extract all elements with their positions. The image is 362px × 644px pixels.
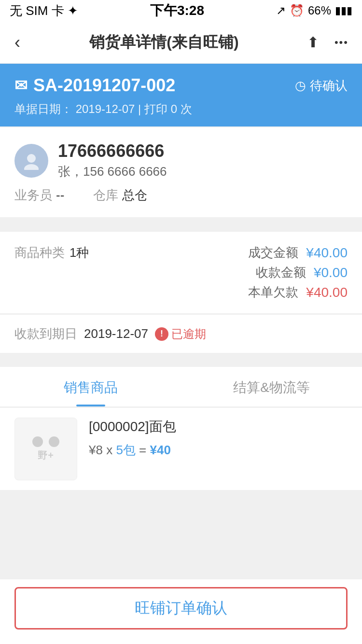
owl-eye-left [32,436,43,447]
price-total: ¥40 [150,443,171,457]
order-id-text: SA-20191207-002 [33,75,175,96]
nav-actions: ⬆ ••• [303,30,352,55]
page-title: 销货单详情(来自旺铺) [25,32,303,53]
status-bar: 无 SIM 卡 ✦ 下午3:28 ↗ ⏰ 66% ▮▮▮ [0,0,362,21]
confirm-order-button[interactable]: 旺铺订单确认 [14,587,348,630]
customer-phone: 17666666666 [58,141,167,161]
divider-2 [0,353,362,360]
svg-point-1 [24,164,39,170]
order-id-container: ✉ SA-20191207-002 [14,75,175,96]
product-price: ¥8 x 5包 = ¥40 [89,442,348,459]
nav-bar: ‹ 销货单详情(来自旺铺) ⬆ ••• [0,21,362,64]
product-kind: 商品种类 1种 [14,244,89,261]
summary-section: 商品种类 1种 成交金额 ¥40.00 收款金额 ¥0.00 本单欠款 ¥40.… [0,231,362,314]
owl-text: 野+ [38,449,54,462]
status-text: 待确认 [310,77,348,94]
more-button[interactable]: ••• [331,32,352,53]
sim-status: 无 SIM 卡 ✦ [10,2,78,19]
alarm-icon: ⏰ [290,4,304,17]
status-time: 下午3:28 [150,1,204,20]
confirm-button-label: 旺铺订单确认 [135,598,227,619]
amount-row-deal: 成交金额 ¥40.00 [248,244,348,261]
customer-name: 张，156 6666 6666 [58,163,167,180]
price-multiply: x [106,443,116,457]
divider-1 [0,218,362,224]
customer-meta: 业务员 -- 仓库 总仓 [14,187,348,204]
product-thumb-inner: 野+ [32,436,59,462]
tab-settlement[interactable]: 结算&物流等 [181,367,362,406]
status-left: 无 SIM 卡 ✦ [10,2,78,19]
kind-value: 1种 [70,244,89,261]
due-date-section: 收款到期日 2019-12-07 ! 已逾期 [0,315,362,353]
product-thumbnail: 野+ [14,418,77,480]
customer-card: 17666666666 张，156 6666 6666 业务员 -- 仓库 总仓 [0,127,362,218]
confirm-button-container: 旺铺订单确认 [0,579,362,644]
amounts: 成交金额 ¥40.00 收款金额 ¥0.00 本单欠款 ¥40.00 [248,244,348,301]
product-item: 野+ [0000002]面包 ¥8 x 5包 = ¥40 [14,418,348,480]
price-equal: = [139,443,150,457]
overdue-badge: ! 已逾期 [155,326,206,342]
share-button[interactable]: ⬆ [303,30,323,55]
tab-sales[interactable]: 销售商品 [0,367,181,406]
price-qty: 5包 [116,443,135,457]
order-status: ◷ 待确认 [295,77,348,94]
warehouse-label: 仓库 [93,187,118,204]
amount-deal-value: ¥40.00 [306,245,348,261]
order-print-info: | 打印 0 次 [138,102,192,115]
due-date-label: 收款到期日 [14,325,77,342]
amount-row-due: 本单欠款 ¥40.00 [248,284,348,301]
status-right: ↗ ⏰ 66% ▮▮▮ [276,4,352,17]
amount-received-value: ¥0.00 [314,265,348,280]
due-date-value: 2019-12-07 [84,326,148,341]
product-section: 野+ [0000002]面包 ¥8 x 5包 = ¥40 [0,408,362,490]
battery-icon: ▮▮▮ [335,4,352,17]
price-amount: ¥8 [89,443,103,457]
amount-row-received: 收款金额 ¥0.00 [256,264,348,281]
sales-value: -- [56,188,64,203]
kind-label: 商品种类 [14,244,65,261]
order-date-value: 2019-12-07 [76,102,135,115]
amount-due-value: ¥40.00 [306,285,348,300]
owl-eyes [32,436,59,447]
sales-item: 业务员 -- [14,187,64,204]
order-date-row: 单据日期： 2019-12-07 | 打印 0 次 [14,101,348,117]
tabs-container: 销售商品 结算&物流等 [0,367,362,407]
order-icon: ✉ [14,76,28,95]
customer-info: 17666666666 张，156 6666 6666 [58,141,167,180]
warehouse-value: 总仓 [122,187,147,204]
summary-row: 商品种类 1种 成交金额 ¥40.00 收款金额 ¥0.00 本单欠款 ¥40.… [14,244,348,301]
owl-eye-right [49,436,59,447]
amount-deal-label: 成交金额 [248,244,298,261]
svg-point-0 [27,154,36,163]
order-date-label: 单据日期： [14,102,72,115]
order-header: ✉ SA-20191207-002 ◷ 待确认 单据日期： 2019-12-07… [0,64,362,126]
back-button[interactable]: ‹ [10,29,25,56]
product-name: [0000002]面包 [89,418,348,436]
product-info: [0000002]面包 ¥8 x 5包 = ¥40 [89,418,348,459]
location-icon: ↗ [276,4,286,17]
sales-label: 业务员 [14,187,52,204]
status-clock-icon: ◷ [295,78,306,93]
overdue-text: 已逾期 [171,326,206,342]
amount-received-label: 收款金额 [256,264,306,281]
battery-level: 66% [308,4,331,17]
overdue-icon: ! [155,327,168,341]
warehouse-item: 仓库 总仓 [93,187,147,204]
amount-due-label: 本单欠款 [248,284,298,301]
avatar [14,144,48,178]
